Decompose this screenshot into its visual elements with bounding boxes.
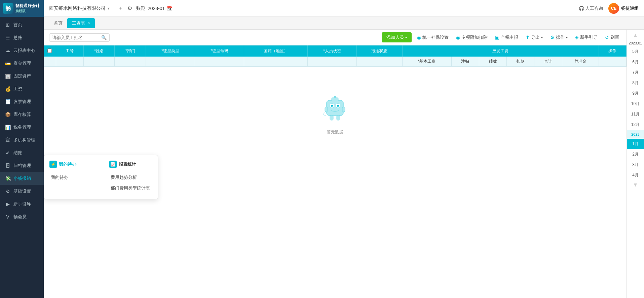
month-panel-up[interactable]: ▲ — [632, 31, 640, 40]
popup-reports-header: 📈 报表统计 — [109, 161, 153, 168]
popup-item-trend[interactable]: 费用趋势分析 — [109, 172, 153, 183]
th2-total: 合计 — [534, 57, 562, 67]
refresh-button[interactable]: ↺ 刷新 — [603, 33, 621, 42]
ledger-icon: ☰ — [5, 35, 11, 40]
avatar: CE — [608, 3, 619, 14]
guide-icon: ▶ — [5, 201, 11, 207]
home-icon: ⊞ — [5, 22, 11, 28]
sidebar-item-basic-settings[interactable]: ⚙ 基础设置 — [0, 185, 44, 198]
user-label: 畅捷通组 — [621, 5, 639, 11]
tax-label: 个税申报 — [501, 34, 518, 40]
popup-section: ⚡ 我的待办 我的待办 📈 报表统计 费用趋势分析 部门费用类型统计表 — [49, 161, 152, 194]
th-name: *姓名 — [83, 45, 115, 57]
sidebar-label-archive: 归档管理 — [13, 163, 31, 169]
sidebar-item-guide[interactable]: ▶ 新手引导 — [0, 198, 44, 210]
sidebar-item-archive[interactable]: 🗄 归档管理 — [0, 159, 44, 172]
month-10[interactable]: 10月 — [627, 99, 644, 109]
operation-button[interactable]: ⚙ 操作 ▾ — [548, 33, 570, 42]
add-icon[interactable]: ＋ — [118, 5, 123, 12]
gear-icon[interactable]: ⚙ — [127, 5, 132, 11]
invoice-icon: 🧾 — [5, 99, 11, 104]
popup-todo-header: ⚡ 我的待办 — [49, 161, 93, 168]
company-selector[interactable]: 西安虾米网络科技有限公司 ▾ — [49, 5, 110, 11]
tab-home[interactable]: 首页 — [49, 18, 67, 28]
add-person-button[interactable]: 添加人员 ▾ — [382, 32, 412, 42]
sidebar-item-invoice[interactable]: 🧾 发票管理 — [0, 95, 44, 108]
select-all-checkbox[interactable] — [47, 48, 52, 53]
th2-pension: 养老金 — [562, 57, 599, 67]
sidebar-item-tax[interactable]: 📊 税务管理 — [0, 121, 44, 134]
th-checkbox[interactable] — [44, 45, 56, 57]
sidebar-item-multi-org[interactable]: 🏛 多机构管理 — [0, 134, 44, 146]
guide-button[interactable]: ◈ 新手引导 — [573, 33, 600, 42]
month-7[interactable]: 7月 — [627, 67, 644, 78]
operation-dropdown-icon: ▾ — [566, 36, 568, 39]
month-4[interactable]: 4月 — [627, 170, 644, 180]
sidebar-label-ledger: 总账 — [13, 35, 22, 41]
th2-op — [599, 57, 626, 67]
company-name: 西安虾米网络科技有限公司 — [49, 5, 106, 11]
svg-point-3 — [331, 105, 333, 107]
social-insurance-button[interactable]: ◉ 统一社保设置 — [415, 33, 451, 42]
sidebar-item-fund[interactable]: 💳 资金管理 — [0, 57, 44, 70]
sidebar-label-fund: 资金管理 — [13, 60, 31, 66]
popup-col-reports: 📈 报表统计 费用趋势分析 部门费用类型统计表 — [109, 161, 153, 194]
sidebar-item-cloud-report[interactable]: ☁ 云报表中心 — [0, 44, 44, 57]
sidebar-label-salary: 工资 — [13, 86, 22, 92]
guide-label: 新手引导 — [580, 34, 598, 40]
sidebar-item-expense[interactable]: 💸 小畅报销 — [0, 172, 44, 185]
month-11[interactable]: 11月 — [627, 109, 644, 120]
period-selector[interactable]: 账期 2023-01 📅 — [136, 5, 173, 11]
month-3[interactable]: 3月 — [627, 160, 644, 170]
deduction-label: 专项附加扣除 — [461, 34, 488, 40]
sidebar-item-ledger[interactable]: ☰ 总账 — [0, 31, 44, 44]
search-input[interactable] — [52, 35, 99, 40]
export-button[interactable]: ⬆ 导出 ▾ — [524, 33, 545, 42]
tab-salary-table[interactable]: 工资表 ✕ — [67, 18, 95, 28]
th-number: 工号 — [56, 45, 83, 57]
sidebar-item-member[interactable]: V 畅会员 — [0, 210, 44, 223]
th2-number — [56, 57, 83, 67]
cloud-icon: ☁ — [5, 48, 11, 53]
month-12[interactable]: 12月 — [627, 120, 644, 130]
empty-state: 暂无数据 — [44, 67, 627, 162]
th2-dept — [115, 57, 146, 67]
logo-text: 畅捷通好会计 旗舰版 — [15, 3, 40, 13]
social-insurance-label: 统一社保设置 — [422, 34, 449, 40]
month-panel-down[interactable]: ▼ — [632, 180, 640, 189]
month-1-active[interactable]: 1月 — [627, 139, 644, 149]
sidebar-item-fixed-asset[interactable]: 🏢 固定资产 — [0, 70, 44, 82]
search-box[interactable]: 🔍 — [49, 33, 110, 42]
user-menu[interactable]: CE 畅捷通组 — [608, 3, 639, 14]
refresh-label: 刷新 — [610, 34, 619, 40]
sidebar-label-home: 首页 — [13, 22, 22, 28]
month-6[interactable]: 6月 — [627, 57, 644, 67]
tax-icon: 📊 — [5, 125, 11, 130]
sidebar-label-member: 畅会员 — [13, 214, 27, 220]
month-2[interactable]: 2月 — [627, 149, 644, 160]
personal-tax-button[interactable]: ▣ 个税申报 — [493, 33, 520, 42]
sidebar-logo: 畅 畅捷通好会计 旗舰版 — [0, 0, 44, 17]
topbar-divider — [114, 5, 114, 12]
month-8[interactable]: 8月 — [627, 78, 644, 88]
social-insurance-icon: ◉ — [417, 35, 421, 40]
inventory-icon: 📦 — [5, 112, 11, 117]
month-9[interactable]: 9月 — [627, 88, 644, 99]
member-icon: V — [5, 214, 11, 220]
sidebar-label-tax: 税务管理 — [13, 124, 31, 130]
export-dropdown-icon: ▾ — [541, 36, 543, 39]
popup-item-dept-report[interactable]: 部门费用类型统计表 — [109, 183, 153, 194]
help-button[interactable]: 🎧 人工咨询 — [579, 5, 603, 11]
sidebar-item-settle[interactable]: ✔ 结账 — [0, 146, 44, 159]
th-salary-group: 应发工资 — [402, 45, 599, 57]
sidebar-item-home[interactable]: ⊞ 首页 — [0, 19, 44, 31]
th-department: *部门 — [115, 45, 146, 57]
special-deduction-button[interactable]: ◉ 专项附加扣除 — [454, 33, 490, 42]
sidebar-item-inventory[interactable]: 📦 库存核算 — [0, 108, 44, 121]
sidebar-item-salary[interactable]: 💰 工资 — [0, 82, 44, 95]
month-5[interactable]: 5月 — [627, 46, 644, 57]
close-icon[interactable]: ✕ — [87, 21, 90, 25]
th2-bonus: 绩效 — [479, 57, 506, 67]
sidebar: 畅 畅捷通好会计 旗舰版 ⊞ 首页 ☰ 总账 ☁ 云报表中心 💳 资金管理 🏢 … — [0, 0, 44, 298]
popup-item-todo[interactable]: 我的待办 — [49, 172, 93, 183]
